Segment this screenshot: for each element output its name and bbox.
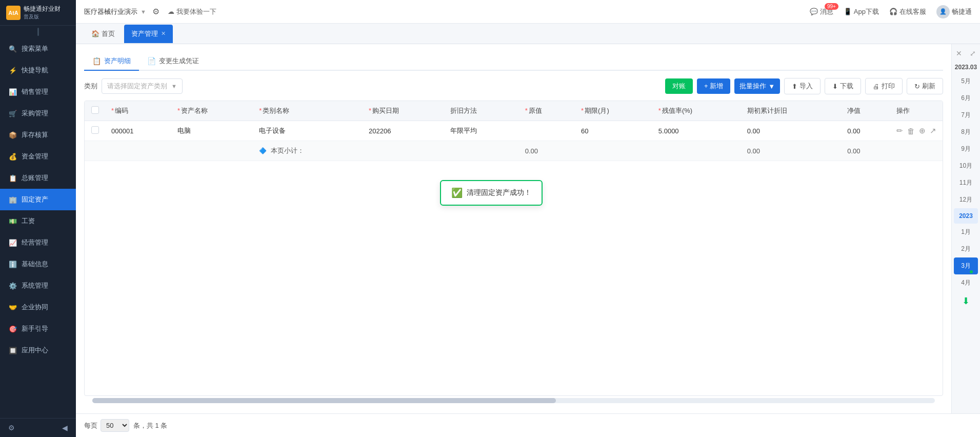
- month-item-11[interactable]: 11月: [952, 174, 980, 191]
- reconcile-button[interactable]: 对账: [665, 78, 693, 94]
- sidebar-item-operations[interactable]: 📈 经营管理: [0, 232, 76, 253]
- sidebar-item-inventory[interactable]: 📦 库存核算: [0, 124, 76, 146]
- panel-down-icon[interactable]: ⬇: [962, 295, 970, 307]
- row-purchase-date: 202206: [363, 121, 444, 141]
- horizontal-scrollbar[interactable]: [92, 398, 935, 403]
- refresh-button[interactable]: ↻ 刷新: [907, 78, 943, 94]
- avatar: 👤: [936, 5, 950, 18]
- pagination-bar: 每页 50 100 200 条，共 1 条: [76, 413, 980, 437]
- online-service-button[interactable]: 🎧 在线客服: [889, 7, 926, 16]
- guide-icon: 🎯: [8, 324, 17, 333]
- month-item-10[interactable]: 10月: [952, 157, 980, 174]
- main-area: 医疗器械行业演示 ▼ ⚙ ☁ 我要体验一下 💬 消息 99+ 📱 App下载 🎧…: [76, 0, 980, 437]
- topbar: 医疗器械行业演示 ▼ ⚙ ☁ 我要体验一下 💬 消息 99+ 📱 App下载 🎧…: [76, 0, 980, 24]
- table-row: 000001 电脑 电子设备 202206 年限平均 60 5.0000 0.0…: [85, 121, 943, 141]
- select-all-checkbox[interactable]: [91, 106, 99, 114]
- month-item-12[interactable]: 12月: [952, 191, 980, 208]
- category-filter-arrow: ▼: [171, 83, 177, 89]
- subtotal-row: 🔷 本页小计： 0.00 0.00 0.00: [85, 141, 943, 161]
- month-item-5[interactable]: 5月: [952, 73, 980, 90]
- topbar-settings-icon[interactable]: ⚙: [152, 7, 159, 16]
- sub-tab-voucher-gen[interactable]: 📄 变更生成凭证: [139, 52, 207, 71]
- payroll-icon: 💵: [8, 216, 17, 226]
- header-category: *类别名称: [253, 101, 363, 121]
- month-item-1[interactable]: 1月: [952, 224, 980, 241]
- refresh-icon: ↻: [914, 83, 920, 90]
- sidebar-bottom: ⚙ ◀: [0, 418, 76, 437]
- enterprise-icon: 🤝: [8, 303, 17, 312]
- logo-text: 畅捷通好业财 普及版: [24, 5, 61, 20]
- sidebar-item-sys-mgmt[interactable]: ⚙️ 系统管理: [0, 275, 76, 296]
- toolbar-left: 类别 请选择固定资产类别 ▼: [84, 78, 183, 94]
- sidebar-logo: AtA 畅捷通好业财 普及版: [0, 0, 76, 26]
- import-button[interactable]: ⬆ 导入: [784, 78, 821, 94]
- header-net-value: 净值: [841, 101, 890, 121]
- download-button[interactable]: ⬇ 下载: [825, 78, 861, 94]
- panel-expand-icon[interactable]: ⤢: [970, 49, 976, 57]
- table-header-row: *编码 *资产名称 *类别名称 *购买日期 折旧方法 *原值 *期限(月) *残…: [85, 101, 943, 121]
- asset-table-container: *编码 *资产名称 *类别名称 *购买日期 折旧方法 *原值 *期限(月) *残…: [84, 101, 943, 396]
- sidebar-item-enterprise[interactable]: 🤝 企业协同: [0, 296, 76, 318]
- header-code: *编码: [105, 101, 171, 121]
- more-icon[interactable]: ↗: [930, 126, 936, 135]
- header-depreciation-method: 折旧方法: [444, 101, 519, 121]
- category-filter-dropdown[interactable]: 请选择固定资产类别 ▼: [102, 78, 183, 94]
- sidebar-item-funds[interactable]: 💰 资金管理: [0, 146, 76, 167]
- right-panel: ✕ ⤢ 2023.03 5月 6月 7月 8月 9月 10月 11月 12月 2…: [951, 44, 980, 413]
- sidebar-item-search[interactable]: 🔍 搜索菜单: [0, 38, 76, 59]
- sidebar-item-basic-info[interactable]: ℹ️ 基础信息: [0, 253, 76, 275]
- month-item-3-current[interactable]: 3月: [954, 257, 978, 274]
- copy-icon[interactable]: ⊕: [919, 126, 926, 135]
- notification-badge: 99+: [825, 3, 838, 10]
- sidebar-item-sales[interactable]: 📊 销售管理: [0, 81, 76, 103]
- headset-icon: 🎧: [889, 8, 897, 15]
- print-button[interactable]: 🖨 打印: [865, 78, 903, 94]
- sidebar-item-purchase[interactable]: 🛒 采购管理: [0, 103, 76, 124]
- tabs-bar: 🏠 首页 资产管理 ✕: [76, 24, 980, 44]
- fixed-assets-icon: 🏢: [8, 195, 17, 204]
- toast-message: 清理固定资产成功！: [467, 188, 531, 197]
- batch-button[interactable]: 批量操作 ▼: [734, 78, 780, 94]
- company-selector[interactable]: 医疗器械行业演示 ▼: [84, 7, 146, 16]
- month-item-9[interactable]: 9月: [952, 141, 980, 157]
- delete-icon[interactable]: 🗑: [907, 127, 915, 135]
- panel-close-icon[interactable]: ✕: [956, 49, 962, 57]
- user-profile[interactable]: 👤 畅捷通: [936, 5, 972, 18]
- funds-icon: 💰: [8, 152, 17, 161]
- settings-icon[interactable]: ⚙: [8, 424, 15, 432]
- batch-arrow-icon: ▼: [768, 83, 775, 90]
- app-download-button[interactable]: 📱 App下载: [844, 7, 879, 16]
- voucher-icon: 📄: [147, 57, 156, 65]
- header-checkbox-col: [85, 101, 105, 121]
- logo-icon: AtA: [6, 6, 21, 20]
- month-item-4[interactable]: 4月: [952, 274, 980, 291]
- new-button[interactable]: + 新增: [697, 78, 730, 94]
- tab-close-icon[interactable]: ✕: [161, 30, 166, 37]
- sidebar-item-guide[interactable]: 🎯 新手引导: [0, 318, 76, 340]
- sub-tab-asset-list[interactable]: 📋 资产明细: [84, 52, 139, 71]
- sidebar-item-app-center[interactable]: 🔲 应用中心: [0, 340, 76, 361]
- notification-button[interactable]: 💬 消息 99+: [810, 7, 833, 16]
- quick-nav-icon: ⚡: [8, 66, 17, 75]
- edit-icon[interactable]: ✏: [896, 126, 903, 135]
- tab-asset-mgmt[interactable]: 资产管理 ✕: [124, 25, 173, 43]
- sidebar-item-fixed-assets[interactable]: 🏢 固定资产: [0, 189, 76, 210]
- sidebar-item-payroll[interactable]: 💵 工资: [0, 210, 76, 232]
- sidebar-item-quick-nav[interactable]: ⚡ 快捷导航: [0, 59, 76, 81]
- row-original-value: [519, 121, 575, 141]
- purchase-icon: 🛒: [8, 109, 17, 118]
- year-divider-2023: 2023: [954, 208, 978, 224]
- month-item-6[interactable]: 6月: [952, 90, 980, 107]
- tab-home[interactable]: 🏠 首页: [84, 25, 122, 43]
- download-icon: ⬇: [832, 83, 838, 90]
- collapse-sidebar-icon[interactable]: ◀: [62, 424, 68, 432]
- header-initial-depreciation: 期初累计折旧: [741, 101, 841, 121]
- row-checkbox[interactable]: [91, 126, 99, 134]
- right-panel-header: ✕ ⤢: [952, 49, 980, 62]
- month-item-2[interactable]: 2月: [952, 241, 980, 257]
- month-item-7[interactable]: 7月: [952, 107, 980, 124]
- per-page-select[interactable]: 50 100 200: [101, 419, 129, 432]
- month-item-8[interactable]: 8月: [952, 124, 980, 141]
- sidebar-item-ledger[interactable]: 📋 总账管理: [0, 167, 76, 189]
- experience-button[interactable]: ☁ 我要体验一下: [168, 7, 216, 16]
